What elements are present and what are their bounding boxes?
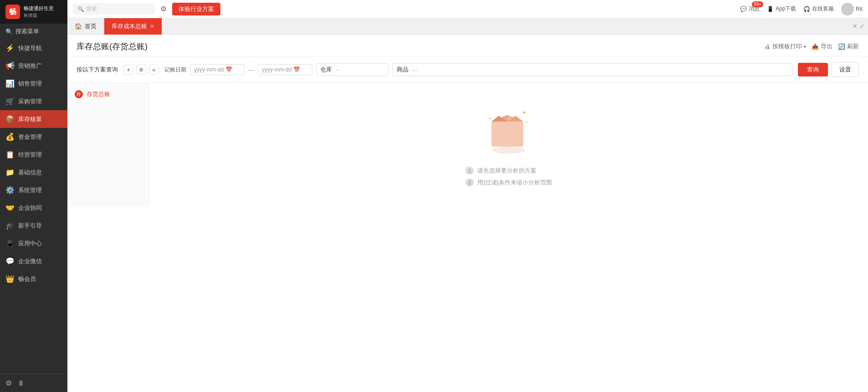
filter-add-button[interactable]: + (123, 65, 133, 75)
filter-label: 按以下方案查询 (77, 66, 118, 74)
print-dropdown-icon: ▾ (804, 44, 806, 49)
user-profile-button[interactable]: Rit (841, 3, 863, 15)
online-service-label: 在线客服 (812, 5, 834, 13)
sidebar-item-label: 畅会员 (18, 275, 36, 283)
app-download-button[interactable]: 📱 App下载 (767, 5, 796, 13)
sidebar-item-operations[interactable]: 📋 经营管理 (0, 146, 67, 163)
scheme-label: 存货总账 (87, 90, 110, 98)
basic-info-icon: 📁 (5, 168, 15, 177)
finance-icon: 💰 (5, 132, 15, 141)
sidebar-item-system[interactable]: ⚙️ 系统管理 (0, 181, 67, 199)
sales-icon: 📊 (5, 79, 15, 88)
sidebar-item-wechat[interactable]: 💬 企业微信 (0, 252, 67, 270)
filter-settings-icon-btn[interactable]: ⊕ (136, 65, 146, 75)
toggle-footer-icon[interactable]: ⏸ (17, 379, 25, 387)
top-search-icon: 🔍 (77, 6, 84, 12)
top-search[interactable]: 🔍 搜索 (73, 3, 155, 15)
search-menu-item[interactable]: 🔍 搜索菜单 (0, 24, 67, 39)
sidebar: 畅 畅捷通好生意 标准版 🔍 搜索菜单 ⚡ 快捷导航 📢 营销推广 📊 销售管理… (0, 0, 67, 392)
query-button[interactable]: 查询 (798, 63, 828, 76)
sidebar-item-label: 资金管理 (18, 133, 42, 141)
svg-text:✦: ✦ (488, 116, 492, 121)
settings-footer-icon[interactable]: ⚙ (5, 379, 12, 387)
tab-panel-resize-icon[interactable]: ⤢ (859, 23, 864, 30)
filter-icon: ⊕ (139, 66, 143, 73)
sidebar-item-quick-nav[interactable]: ⚡ 快捷导航 (0, 39, 67, 57)
tab-inventory-cost[interactable]: 库存成本总账 ✕ (104, 18, 162, 35)
warehouse-field[interactable]: 仓库 ··· (316, 63, 389, 76)
industry-button[interactable]: 体验行业方案 (172, 3, 220, 15)
sidebar-item-label: 库存核算 (18, 115, 42, 123)
filter-area: 按以下方案查询 + ⊕ « 记账日期 yyyy-mm-dd 📅 — yyyy-m… (67, 57, 868, 83)
headset-icon: 🎧 (803, 6, 810, 12)
sidebar-item-label: 快捷导航 (18, 44, 42, 52)
print-label: 按模板打印 (772, 42, 802, 51)
tab-panel-close-icon[interactable]: ✕ (853, 23, 858, 30)
user-name: Rit (856, 6, 863, 12)
page-header: 库存总账(存货总账) 🖨 按模板打印 ▾ 📤 导出 🔄 刷新 (67, 35, 868, 57)
scheme-icon: 存 (75, 90, 83, 98)
product-field[interactable]: 商品 ··· (393, 63, 792, 76)
sidebar-item-inventory[interactable]: 📦 库存核算 (0, 110, 67, 128)
refresh-label: 刷新 (847, 42, 859, 51)
sidebar-item-label: 基础信息 (18, 168, 42, 177)
online-service-button[interactable]: 🎧 在线客服 (803, 5, 834, 13)
sidebar-item-label: 营销推广 (18, 62, 42, 70)
empty-hints: 1 请先选择要分析的方案 2 用[过滤]条件来缩小分析范围 (465, 165, 551, 188)
date-end-field[interactable]: yyyy-mm-dd 📅 (258, 64, 312, 75)
sidebar-item-newbie[interactable]: 🎓 新手引导 (0, 217, 67, 234)
sidebar-item-marketing[interactable]: 📢 营销推广 (0, 57, 67, 75)
marketing-icon: 📢 (5, 61, 15, 70)
refresh-icon: 🔄 (838, 43, 845, 50)
calendar-end-icon[interactable]: 📅 (293, 66, 300, 73)
inventory-icon: 📦 (5, 115, 15, 123)
sidebar-item-finance[interactable]: 💰 资金管理 (0, 128, 67, 146)
filter-collapse-btn[interactable]: « (149, 65, 159, 75)
phone-icon: 📱 (767, 6, 774, 12)
export-button[interactable]: 📤 导出 (812, 42, 832, 51)
top-header: 🔍 搜索 ⚙ 体验行业方案 💬 消息 99+ 📱 App下载 🎧 在线客服 (67, 0, 868, 18)
sidebar-item-sales[interactable]: 📊 销售管理 (0, 75, 67, 92)
sidebar-item-member[interactable]: 👑 畅会员 (0, 270, 67, 288)
empty-illustration: ✦ ✦ ✦ (481, 101, 536, 156)
date-start-field[interactable]: yyyy-mm-dd 📅 (190, 64, 245, 75)
calendar-start-icon[interactable]: 📅 (225, 66, 232, 73)
warehouse-more-icon[interactable]: ··· (334, 66, 342, 73)
sidebar-item-label: 应用中心 (18, 239, 42, 248)
product-more-icon[interactable]: ··· (410, 66, 419, 73)
sidebar-item-label: 企业微信 (18, 257, 42, 265)
user-avatar (841, 3, 854, 15)
sidebar-item-purchase[interactable]: 🛒 采购管理 (0, 92, 67, 110)
date-start-placeholder: yyyy-mm-dd (194, 66, 224, 73)
app-download-label: App下载 (776, 5, 796, 13)
app-name: 畅捷通好生意 (24, 5, 54, 12)
quick-nav-icon: ⚡ (5, 44, 15, 52)
tab-home[interactable]: 🏠 首页 (67, 18, 104, 35)
tab-close-icon[interactable]: ✕ (150, 23, 154, 30)
message-badge: 99+ (752, 1, 763, 7)
warehouse-label: 仓库 (320, 66, 332, 74)
app-version: 标准版 (24, 12, 54, 19)
filter-inputs: 记账日期 yyyy-mm-dd 📅 — yyyy-mm-dd 📅 仓库 ··· … (164, 63, 792, 76)
hint-item-1: 1 请先选择要分析的方案 (465, 165, 551, 177)
system-icon: ⚙️ (5, 186, 15, 194)
scheme-selector: 存 存货总账 (67, 83, 149, 207)
sidebar-item-appstore[interactable]: 📱 应用中心 (0, 234, 67, 252)
filter-settings-button[interactable]: 设置 (832, 62, 859, 77)
sidebar-item-enterprise[interactable]: 🤝 企业协同 (0, 199, 67, 217)
home-icon: 🏠 (75, 23, 82, 30)
sidebar-item-label: 系统管理 (18, 186, 42, 194)
sidebar-item-label: 采购管理 (18, 97, 42, 106)
print-button[interactable]: 🖨 按模板打印 ▾ (765, 42, 806, 51)
gear-button[interactable]: ⚙ (158, 3, 168, 15)
date-separator: — (248, 66, 254, 73)
sidebar-item-basic-info[interactable]: 📁 基础信息 (0, 163, 67, 181)
sidebar-nav: ⚡ 快捷导航 📢 营销推广 📊 销售管理 🛒 采购管理 📦 库存核算 💰 资金管… (0, 39, 67, 374)
scheme-item-inventory[interactable]: 存 存货总账 (67, 87, 149, 102)
message-button[interactable]: 💬 消息 99+ (740, 5, 760, 13)
refresh-button[interactable]: 🔄 刷新 (838, 42, 859, 51)
sidebar-item-label: 新手引导 (18, 222, 42, 230)
hint-text-2: 用[过滤]条件来缩小分析范围 (477, 177, 551, 188)
top-search-placeholder: 搜索 (86, 5, 97, 13)
top-header-right: 💬 消息 99+ 📱 App下载 🎧 在线客服 Rit (740, 3, 863, 15)
